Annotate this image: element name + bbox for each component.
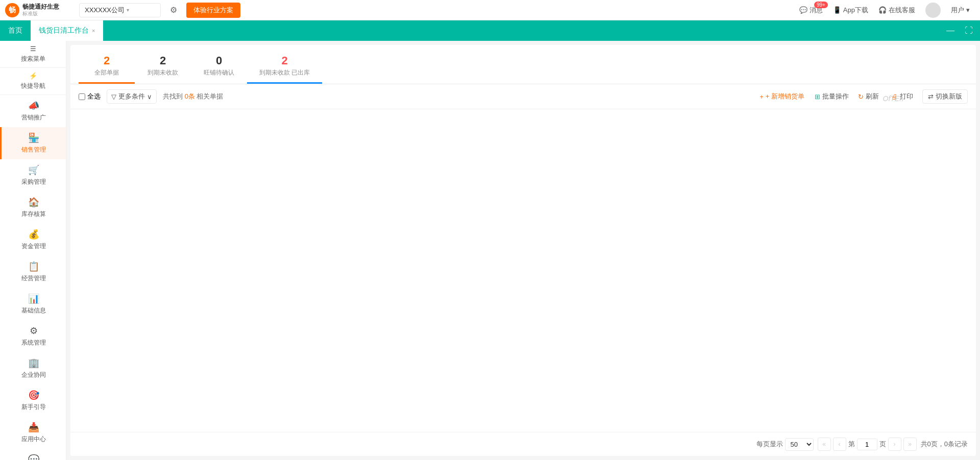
filter-label: 更多条件	[118, 92, 145, 101]
switch-version-button[interactable]: ⇄ 切换新版	[922, 89, 968, 104]
nav-right-actions: — ⛶	[943, 23, 980, 38]
count-text: 共找到 0条 相关单据	[163, 92, 223, 101]
sidebar-item-basic[interactable]: 📊 基础信息	[0, 288, 66, 320]
stat-num-all: 2	[104, 54, 110, 67]
sidebar-system-label: 系统管理	[21, 338, 46, 347]
settings-icon[interactable]: ⚙	[166, 3, 181, 18]
active-tab-label: 钱货日清工作台	[39, 26, 89, 35]
online-service-item[interactable]: 🎧 在线客服	[878, 6, 915, 15]
sidebar-item-sales[interactable]: 🏪 销售管理	[0, 127, 66, 159]
table-area	[70, 109, 976, 432]
page-label: 第	[848, 440, 855, 449]
sidebar-item-marketing[interactable]: 📣 营销推广	[0, 95, 66, 127]
first-page-button[interactable]: «	[818, 438, 831, 451]
main-layout: ☰ 搜索菜单 ⚡ 快捷导航 📣 营销推广 🏪 销售管理 🛒 采购管理 🏠 库存核…	[0, 41, 980, 460]
stat-label-pending: 旺铺待确认	[204, 68, 234, 77]
empty-state	[70, 109, 976, 432]
count-suffix: 相关单据	[197, 92, 223, 100]
sidebar-appstore-label: 应用中心	[21, 435, 46, 444]
print-button[interactable]: 🖨 打印	[888, 90, 916, 103]
wechat-icon: 💬	[28, 454, 39, 460]
sidebar-item-purchase[interactable]: 🛒 采购管理	[0, 159, 66, 191]
home-tab-label: 首页	[8, 26, 22, 35]
last-page-button[interactable]: »	[903, 438, 917, 451]
add-icon: +	[760, 93, 764, 101]
sidebar-item-finance[interactable]: 💰 资金管理	[0, 224, 66, 256]
stat-tab-overdue-out[interactable]: 2 到期未收款 已出库	[247, 50, 322, 84]
inventory-icon: 🏠	[28, 197, 39, 208]
sales-icon: 🏪	[28, 132, 39, 143]
tab-cashflow-workbench[interactable]: 钱货日清工作台 ×	[31, 20, 103, 41]
print-label: 打印	[900, 92, 913, 101]
quick-nav-icon: ⚡	[29, 72, 37, 80]
content-area: 2 全部单据 2 到期未收款 0 旺铺待确认 2 到期未收款 已出库	[66, 41, 980, 460]
batch-operation-button[interactable]: ⊞ 批量操作	[815, 92, 849, 101]
notification-item[interactable]: 💬 消息 99+	[799, 6, 823, 15]
tab-close-icon[interactable]: ×	[92, 28, 95, 34]
stat-tab-overdue[interactable]: 2 到期未收款	[135, 50, 191, 84]
notification-icon: 💬	[799, 6, 807, 14]
sidebar-item-newbie[interactable]: 🎯 新手引导	[0, 384, 66, 417]
user-name-text: 用户	[951, 6, 964, 15]
select-all-checkbox[interactable]: 全选	[79, 92, 101, 101]
tab-home[interactable]: 首页	[0, 20, 31, 41]
per-page-select[interactable]: 50 100 200	[785, 438, 814, 451]
company-selector[interactable]: XXXXXX公司 ▾	[79, 3, 161, 17]
sidebar-newbie-label: 新手引导	[21, 403, 46, 411]
prev-page-button[interactable]: ‹	[833, 438, 846, 451]
add-btn-label: + 新增销货单	[766, 92, 804, 101]
user-name[interactable]: 用户 ▾	[951, 6, 970, 15]
switch-icon: ⇄	[928, 93, 934, 101]
page-suffix: 页	[879, 440, 886, 449]
add-sales-order-button[interactable]: + + 新增销货单	[755, 90, 808, 103]
stat-tab-all[interactable]: 2 全部单据	[79, 50, 135, 84]
notification-badge: 99+	[814, 2, 828, 8]
filter-button[interactable]: ▽ 更多条件 ∨	[107, 89, 157, 104]
system-icon: ⚙	[30, 325, 38, 336]
logo-icon: 畅	[5, 3, 19, 17]
sidebar-item-inventory[interactable]: 🏠 库存核算	[0, 191, 66, 224]
stat-num-overdue-out: 2	[282, 54, 288, 67]
switch-label: 切换新版	[936, 92, 962, 101]
select-all-input[interactable]	[79, 93, 85, 100]
search-icon: ☰	[30, 45, 36, 53]
sidebar-search[interactable]: ☰ 搜索菜单	[0, 41, 66, 68]
marketing-icon: 📣	[28, 100, 39, 111]
page-total: 共0页，0条记录	[921, 440, 968, 449]
refresh-label: 刷新	[866, 92, 879, 101]
sidebar-item-appstore[interactable]: 📥 应用中心	[0, 417, 66, 449]
sidebar-item-enterprise[interactable]: 🏢 企业协同	[0, 352, 66, 384]
nav-tabs: 首页 钱货日清工作台 × — ⛶	[0, 20, 980, 41]
maximize-icon[interactable]: ⛶	[962, 23, 976, 38]
sidebar-item-system[interactable]: ⚙ 系统管理	[0, 320, 66, 352]
sidebar-enterprise-label: 企业协同	[21, 371, 46, 379]
sidebar-item-operations[interactable]: 📋 经营管理	[0, 256, 66, 288]
appstore-icon: 📥	[28, 422, 39, 433]
sidebar: ☰ 搜索菜单 ⚡ 快捷导航 📣 营销推广 🏪 销售管理 🛒 采购管理 🏠 库存核…	[0, 41, 66, 460]
sidebar-search-label: 搜索菜单	[21, 55, 45, 63]
batch-icon: ⊞	[815, 93, 820, 101]
page-number-input[interactable]	[857, 439, 877, 450]
enterprise-icon: 🏢	[28, 357, 39, 369]
next-page-button[interactable]: ›	[888, 438, 901, 451]
filter-icon: ▽	[111, 93, 116, 101]
refresh-button[interactable]: ↻ 刷新	[855, 90, 882, 103]
select-all-label: 全选	[87, 92, 101, 101]
sidebar-item-wechat[interactable]: 💬 企业微信	[0, 449, 66, 460]
batch-label: 批量操作	[822, 92, 849, 101]
page-size-selector: 每页显示 50 100 200	[756, 438, 814, 451]
toolbar-right: + + 新增销货单 ⊞ 批量操作 ↻ 刷新 🖨 打印	[755, 89, 968, 104]
sidebar-basic-label: 基础信息	[21, 306, 46, 315]
trial-button[interactable]: 体验行业方案	[186, 3, 240, 18]
download-icon: 📱	[833, 6, 841, 14]
stat-label-overdue: 到期未收款	[148, 68, 178, 77]
sidebar-operations-label: 经营管理	[21, 274, 46, 283]
stat-tab-pending[interactable]: 0 旺铺待确认	[191, 50, 247, 84]
toolbar-left: 全选 ▽ 更多条件 ∨ 共找到 0条 相关单据	[79, 89, 749, 104]
count-num: 0条	[185, 92, 195, 100]
user-avatar[interactable]	[925, 3, 941, 18]
header-middle: XXXXXX公司 ▾ ⚙ 体验行业方案	[71, 3, 799, 18]
minimize-icon[interactable]: —	[943, 23, 958, 38]
app-download-item[interactable]: 📱 App下载	[833, 6, 868, 15]
sidebar-quick-nav[interactable]: ⚡ 快捷导航	[0, 68, 66, 95]
